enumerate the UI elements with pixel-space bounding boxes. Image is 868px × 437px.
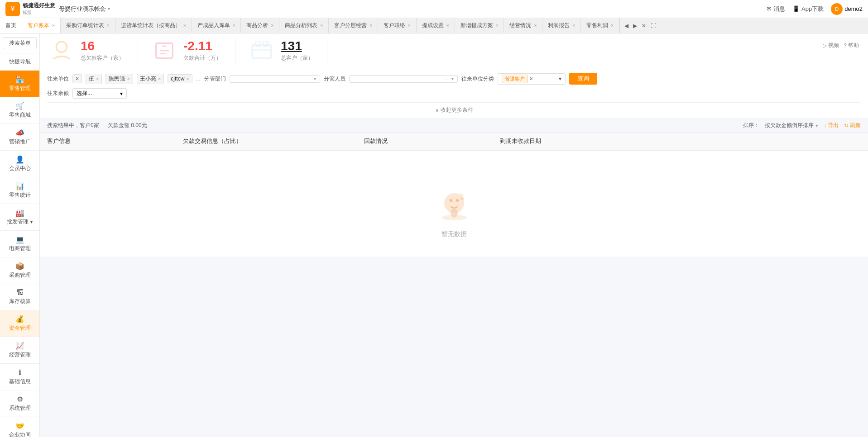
close-icon[interactable]: ×	[496, 23, 499, 28]
tab-customer-tier[interactable]: 客户分层经营 ×	[329, 18, 378, 33]
export-icon: ↑	[824, 123, 826, 129]
sidebar-item-basic-info[interactable]: ℹ 基础信息	[0, 364, 39, 390]
sidebar-item-label: 库存核算	[9, 298, 31, 304]
classify-select[interactable]: 普通客户 × ▾	[498, 73, 566, 85]
close-icon[interactable]: ×	[369, 23, 372, 28]
tab-close-all[interactable]: ✕	[640, 22, 648, 30]
tab-home[interactable]: 首页	[0, 18, 22, 33]
top-bar-left: ¥ 畅捷通好生意 标版 母婴行业演示帐套 ▾	[5, 2, 110, 16]
tab-operations[interactable]: 经营情况 ×	[504, 18, 542, 33]
sidebar-item-enterprise-collab[interactable]: 🤝 企业协同	[0, 417, 39, 437]
message-button[interactable]: ✉ 消息	[767, 5, 785, 13]
close-icon[interactable]: ×	[572, 23, 575, 28]
quick-nav-button[interactable]: 快捷导航	[3, 56, 37, 67]
export-button[interactable]: ↑ 导出	[824, 122, 839, 129]
th-overdue-date: 到期未收款日期	[493, 133, 868, 150]
search-menu-button[interactable]: 搜索菜单	[3, 37, 37, 49]
refresh-button[interactable]: ↻ 刷新	[844, 122, 861, 129]
search-result-count: 搜索结果中，客户0家	[47, 122, 99, 128]
tab-label: 零售利润	[586, 22, 608, 29]
close-icon[interactable]: ×	[271, 23, 273, 28]
close-icon[interactable]: ×	[408, 23, 411, 28]
logo-text-block: 畅捷通好生意 标版	[23, 2, 55, 16]
sidebar-item-ecommerce[interactable]: 💻 电商管理	[0, 231, 39, 257]
stats-icon: 📊	[3, 182, 37, 190]
sidebar-item-label: 零售统计	[9, 192, 31, 198]
tab-product-analysis[interactable]: 商品分析 ×	[241, 18, 279, 33]
close-icon[interactable]: ×	[107, 23, 110, 28]
dots-icon: ···	[446, 76, 449, 81]
person-select[interactable]: ··· ▾	[349, 75, 458, 83]
remove-tag-chen[interactable]: ×	[127, 76, 129, 81]
remove-classify-tag[interactable]: ×	[530, 76, 533, 82]
tab-fullscreen[interactable]: ⛶	[649, 22, 658, 30]
close-icon[interactable]: ×	[446, 23, 449, 28]
sidebar-item-operations-mgmt[interactable]: 📈 经营管理	[0, 337, 39, 364]
close-icon[interactable]: ×	[233, 23, 235, 28]
svg-point-8	[450, 199, 452, 202]
sidebar-item-wholesale[interactable]: 🏭 批发管理 ▾	[0, 204, 39, 231]
more-tags-button[interactable]: ...	[196, 76, 201, 82]
remove-tag-wang[interactable]: ×	[158, 76, 161, 81]
tab-customer-account[interactable]: 客户账本 ×	[22, 18, 61, 33]
tab-product-inbound[interactable]: 产成品入库单 ×	[192, 18, 241, 33]
close-icon[interactable]: ×	[611, 23, 614, 28]
chevron-down-icon: ▾	[451, 76, 454, 81]
stat-text-3: 131 总客户（家）	[281, 39, 313, 62]
sidebar-item-retail-stats[interactable]: 📊 零售统计	[0, 177, 39, 204]
sidebar-item-retail-mgmt[interactable]: 🏪 零售管理	[0, 71, 39, 97]
stat-icon-3	[249, 38, 274, 63]
tab-goods-inbound-stats[interactable]: 进货单统计表（按商品） ×	[115, 18, 192, 33]
app-download-button[interactable]: 📱 App下载	[792, 5, 824, 13]
account-selector[interactable]: 母婴行业演示帐套 ▾	[59, 5, 110, 13]
close-icon[interactable]: ×	[183, 23, 186, 28]
purchase-icon: 📦	[3, 262, 37, 271]
sidebar-item-system[interactable]: ⚙ 系统管理	[0, 390, 39, 417]
tab-commission-settings[interactable]: 提成设置 ×	[417, 18, 455, 33]
tab-product-analysis-list[interactable]: 商品分析列表 ×	[279, 18, 329, 33]
help-button[interactable]: ? 帮助	[844, 42, 859, 49]
close-icon[interactable]: ×	[534, 23, 537, 28]
balance-select[interactable]: 选择... ▾	[72, 88, 127, 99]
sort-selector[interactable]: 按欠款金额倒序排序 ▾	[765, 122, 818, 129]
close-icon[interactable]: ×	[320, 23, 323, 28]
sidebar-item-marketing[interactable]: 📣 营销推广	[0, 124, 39, 151]
filter-row-1: 往来单位 × 伍 × 陈民强 × 王小亮 × cjttcw	[47, 73, 861, 85]
table-header: 客户信息 欠款交易信息（占比） 回款情况 到期未收款日期	[40, 133, 868, 151]
tab-retail-profit[interactable]: 零售利润 ×	[581, 18, 619, 33]
sidebar-item-member[interactable]: 👤 会员中心	[0, 151, 39, 177]
sidebar-item-inventory[interactable]: 🏗 库存核算	[0, 284, 39, 310]
user-menu[interactable]: D demo2	[831, 3, 863, 15]
tab-add-commission[interactable]: 新增提成方案 ×	[455, 18, 504, 33]
video-help-button[interactable]: ▷ 视频	[823, 42, 839, 49]
inventory-icon: 🏗	[3, 289, 37, 297]
chevron-down-icon: ▾	[30, 219, 33, 224]
logo-sub: 标版	[23, 10, 55, 16]
tab-scroll-right[interactable]: ▶	[631, 22, 639, 30]
remove-tag-cjttcw[interactable]: ×	[186, 76, 189, 81]
sidebar-item-purchase[interactable]: 📦 采购管理	[0, 257, 39, 284]
sidebar-quick-nav-area: 快捷导航	[0, 53, 39, 71]
collapse-filters-button[interactable]: ∧ 收起更多条件	[435, 104, 473, 116]
remove-tag-wu[interactable]: ×	[96, 76, 99, 81]
tab-purchase-order-stats[interactable]: 采购订单统计表 ×	[61, 18, 115, 33]
close-icon[interactable]: ×	[52, 23, 55, 28]
sidebar: 搜索菜单 快捷导航 🏪 零售管理 🛒 零售商城 📣 营销推广 👤 会员中心 📊 …	[0, 33, 40, 437]
dots-icon: ···	[308, 76, 312, 81]
sidebar-item-retail-mall[interactable]: 🛒 零售商城	[0, 97, 39, 124]
sidebar-item-finance[interactable]: 💰 资金管理	[0, 310, 39, 337]
sidebar-item-label: 批发管理	[7, 218, 29, 225]
message-icon: ✉	[767, 5, 772, 12]
sidebar-item-label: 经营管理	[9, 352, 31, 358]
filter-tag-wu: 伍 ×	[86, 74, 102, 84]
stat-icon-1	[49, 38, 74, 63]
tab-label: 产成品入库单	[197, 22, 230, 29]
query-button[interactable]: 查询	[569, 73, 597, 85]
classify-tag-normal: 普通客户	[502, 75, 528, 83]
tab-scroll-left[interactable]: ◀	[623, 22, 630, 30]
tab-customer-contact[interactable]: 客户联络 ×	[378, 18, 417, 33]
balance-placeholder: 选择...	[77, 90, 92, 97]
sidebar-item-label: 基础信息	[9, 378, 31, 385]
tab-profit-report[interactable]: 利润报告 ×	[542, 18, 581, 33]
dept-select[interactable]: ··· ▾	[230, 75, 320, 83]
